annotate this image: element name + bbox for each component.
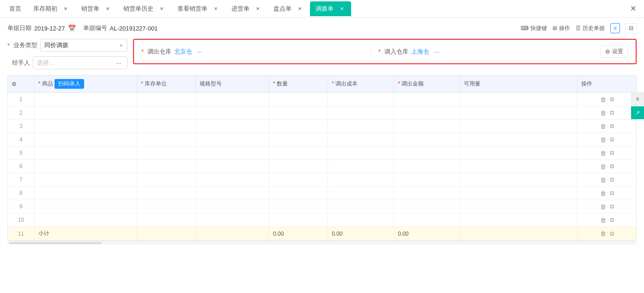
delete-row-icon[interactable]: 🗑 bbox=[600, 217, 606, 224]
row-amount[interactable] bbox=[394, 160, 460, 173]
row-cost[interactable] bbox=[328, 187, 394, 200]
row-cost[interactable] bbox=[328, 214, 394, 227]
row-qty[interactable] bbox=[269, 173, 328, 187]
row-qty[interactable] bbox=[269, 214, 328, 227]
row-product[interactable] bbox=[34, 187, 137, 200]
row-spec[interactable] bbox=[196, 120, 269, 133]
row-unit[interactable] bbox=[137, 146, 196, 160]
row-amount[interactable] bbox=[394, 133, 460, 146]
row-qty[interactable] bbox=[269, 93, 328, 106]
row-amount[interactable] bbox=[394, 93, 460, 106]
delete-row-icon[interactable]: 🗑 bbox=[600, 203, 606, 210]
row-cost[interactable] bbox=[328, 200, 394, 214]
row-amount[interactable] bbox=[394, 146, 460, 160]
tab-inventory-check[interactable]: 盘点单 × bbox=[268, 1, 309, 16]
horizontal-scrollbar[interactable] bbox=[7, 241, 637, 244]
copy-row-icon[interactable]: ⧉ bbox=[610, 189, 614, 197]
tab-inventory-init-close[interactable]: × bbox=[62, 5, 69, 12]
operations-action[interactable]: ⊞ 操作 bbox=[553, 24, 570, 32]
tab-view-sales[interactable]: 查看销货单 × bbox=[172, 1, 225, 16]
delete-icon[interactable]: 🗑 bbox=[600, 230, 606, 237]
row-unit[interactable] bbox=[137, 93, 196, 106]
tab-view-sales-close[interactable]: × bbox=[212, 5, 219, 12]
row-qty[interactable] bbox=[269, 200, 328, 214]
row-cost[interactable] bbox=[328, 106, 394, 120]
row-qty[interactable] bbox=[269, 160, 328, 173]
row-product[interactable] bbox=[34, 214, 137, 227]
layout-btn-2[interactable]: ⊟ bbox=[626, 23, 637, 33]
row-cost[interactable] bbox=[328, 160, 394, 173]
row-spec[interactable] bbox=[196, 146, 269, 160]
copy-row-icon[interactable]: ⧉ bbox=[610, 96, 614, 103]
row-spec[interactable] bbox=[196, 160, 269, 173]
tab-inventory-init[interactable]: 库存期初 × bbox=[28, 1, 75, 16]
row-product[interactable] bbox=[34, 93, 137, 106]
row-spec[interactable] bbox=[196, 93, 269, 106]
tab-home[interactable]: 首页 bbox=[4, 1, 27, 16]
row-unit[interactable] bbox=[137, 120, 196, 133]
tab-inventory-check-close[interactable]: × bbox=[296, 5, 304, 12]
copy-row-icon[interactable]: ⧉ bbox=[610, 109, 614, 116]
delete-row-icon[interactable]: 🗑 bbox=[600, 190, 606, 197]
settings-button[interactable]: ⚙ 设置 bbox=[600, 45, 628, 58]
tab-transfer-order-close[interactable]: × bbox=[338, 5, 346, 12]
row-product[interactable] bbox=[34, 106, 137, 120]
row-spec[interactable] bbox=[196, 173, 269, 187]
row-qty[interactable] bbox=[269, 120, 328, 133]
row-unit[interactable] bbox=[137, 106, 196, 120]
tab-purchase-order[interactable]: 进货单 × bbox=[226, 1, 267, 16]
delete-row-icon[interactable]: 🗑 bbox=[600, 96, 606, 103]
delete-row-icon[interactable]: 🗑 bbox=[600, 163, 606, 170]
side-expand-btn[interactable]: ↗ bbox=[631, 106, 644, 119]
row-amount[interactable] bbox=[394, 200, 460, 214]
row-unit[interactable] bbox=[137, 214, 196, 227]
handler-more-icon[interactable]: ··· bbox=[114, 59, 123, 67]
row-qty[interactable] bbox=[269, 146, 328, 160]
row-product[interactable] bbox=[34, 200, 137, 214]
row-cost[interactable] bbox=[328, 146, 394, 160]
row-qty[interactable] bbox=[269, 106, 328, 120]
delete-row-icon[interactable]: 🗑 bbox=[600, 136, 606, 143]
delete-row-icon[interactable]: 🗑 bbox=[600, 110, 606, 116]
row-unit[interactable] bbox=[137, 187, 196, 200]
copy-row-icon[interactable]: ⧉ bbox=[610, 203, 614, 210]
row-qty[interactable] bbox=[269, 133, 328, 146]
close-window-button[interactable]: ✕ bbox=[626, 1, 640, 16]
row-product[interactable] bbox=[34, 173, 137, 187]
row-spec[interactable] bbox=[196, 106, 269, 120]
delete-row-icon[interactable]: 🗑 bbox=[600, 150, 606, 157]
delete-row-icon[interactable]: 🗑 bbox=[600, 177, 606, 183]
row-cost[interactable] bbox=[328, 173, 394, 187]
layout-btn-1[interactable]: ≡ bbox=[610, 23, 620, 33]
col-header-gear[interactable]: ⚙ bbox=[8, 75, 34, 93]
copy-row-icon[interactable]: ⧉ bbox=[610, 163, 614, 170]
row-cost[interactable] bbox=[328, 120, 394, 133]
copy-row-icon[interactable]: ⧉ bbox=[610, 122, 614, 130]
row-spec[interactable] bbox=[196, 133, 269, 146]
side-list-btn[interactable]: ≡ bbox=[631, 92, 644, 105]
tab-sales-order-close[interactable]: × bbox=[104, 5, 111, 12]
business-type-input[interactable]: 同价调拨 ▼ bbox=[40, 39, 128, 52]
row-cost[interactable] bbox=[328, 93, 394, 106]
copy-row-icon[interactable]: ⧉ bbox=[610, 216, 614, 224]
row-spec[interactable] bbox=[196, 200, 269, 214]
row-qty[interactable] bbox=[269, 187, 328, 200]
row-amount[interactable] bbox=[394, 120, 460, 133]
row-product[interactable] bbox=[34, 133, 137, 146]
tab-sales-order[interactable]: 销货单 × bbox=[76, 1, 117, 16]
row-amount[interactable] bbox=[394, 173, 460, 187]
copy-row-icon[interactable]: ⧉ bbox=[610, 149, 614, 157]
row-amount[interactable] bbox=[394, 187, 460, 200]
copy-icon[interactable]: ⧉ bbox=[610, 230, 614, 238]
row-product[interactable] bbox=[34, 160, 137, 173]
calendar-icon[interactable]: 📅 bbox=[68, 24, 76, 32]
tab-sales-history-close[interactable]: × bbox=[158, 5, 165, 12]
row-amount[interactable] bbox=[394, 214, 460, 227]
row-product[interactable] bbox=[34, 146, 137, 160]
row-unit[interactable] bbox=[137, 200, 196, 214]
row-cost[interactable] bbox=[328, 133, 394, 146]
out-warehouse-more[interactable]: ··· bbox=[195, 48, 204, 55]
in-warehouse-more[interactable]: ··· bbox=[432, 48, 441, 55]
copy-row-icon[interactable]: ⧉ bbox=[610, 176, 614, 183]
tab-purchase-order-close[interactable]: × bbox=[254, 5, 261, 12]
